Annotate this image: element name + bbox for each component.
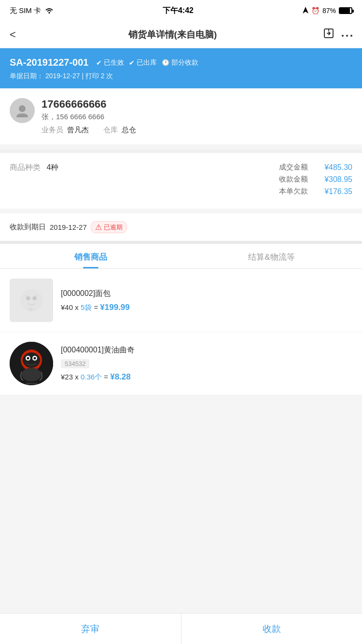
product-type-info: 商品种类 4种 (10, 163, 58, 173)
product-type-count: 4种 (46, 163, 58, 171)
status-bar: 无 SIM 卡 下午4:42 ⏰ 87% (0, 0, 362, 21)
products-section: 暂+ [0000002]面包 ¥40 x 5袋 = ¥199.99 (0, 269, 362, 395)
svg-point-4 (342, 35, 344, 37)
customer-avatar (10, 98, 35, 123)
wifi-icon (45, 7, 54, 15)
svg-marker-1 (303, 7, 308, 14)
nav-actions (323, 28, 352, 41)
alarm-icon: ⏰ (311, 7, 320, 14)
overdue-badge: ⚠ 已逾期 (91, 221, 127, 233)
page-title: 销货单详情(来自电脑) (22, 28, 323, 41)
order-header: SA-20191227-001 ✔ 已生效 ✔ 已出库 🕐 部分收款 单据日期：… (0, 48, 362, 88)
svg-point-21 (22, 368, 41, 381)
battery-percent: 87% (322, 7, 336, 14)
order-number: SA-20191227-001 (10, 57, 88, 68)
check-icon-2: ✔ (129, 59, 135, 67)
svg-text:暂+: 暂+ (29, 308, 34, 311)
svg-point-19 (27, 357, 29, 360)
amount-value: ¥485.30 (314, 163, 352, 172)
battery-icon (339, 7, 352, 14)
svg-point-5 (346, 35, 348, 37)
tabs-section: 销售商品 结算&物流等 (0, 244, 362, 269)
more-button[interactable] (342, 29, 352, 40)
share-button[interactable] (323, 28, 334, 41)
product-image-2: diamond (10, 342, 53, 385)
back-button[interactable]: < (10, 25, 22, 45)
amount-row: 成交金额 ¥485.30 (279, 163, 352, 172)
clock-icon: 🕐 (162, 59, 169, 66)
customer-phone: 张，156 6666 6666 (42, 112, 352, 122)
svg-point-11 (27, 297, 29, 299)
stats-section: 商品种类 4种 成交金额 ¥485.30 收款金额 ¥308.95 本单欠款 ¥… (0, 149, 362, 209)
svg-point-0 (49, 12, 50, 14)
customer-info: 17666666666 张，156 6666 6666 业务员 曾凡杰 仓库 总… (42, 98, 352, 135)
product-item: 暂+ [0000002]面包 ¥40 x 5袋 = ¥199.99 (0, 269, 362, 332)
owed-value: ¥176.35 (314, 187, 352, 196)
product-name-1: [0000002]面包 (61, 289, 352, 299)
tab-sales-products[interactable]: 销售商品 (0, 244, 181, 268)
product-info-1: [0000002]面包 ¥40 x 5袋 = ¥199.99 (61, 289, 352, 312)
status-right: ⏰ 87% (303, 7, 352, 15)
badge-shipped: ✔ 已出库 (129, 58, 157, 67)
order-meta: 单据日期： 2019-12-27 | 打印 2 次 (10, 72, 352, 81)
collected-value: ¥308.95 (314, 175, 352, 184)
amount-stats: 成交金额 ¥485.30 收款金额 ¥308.95 本单欠款 ¥176.35 (279, 163, 352, 199)
sales-info: 业务员 曾凡杰 (42, 126, 89, 135)
product-image-1: 暂+ (10, 279, 53, 322)
due-date-value: 2019-12-27 (50, 223, 87, 231)
bottom-bar: 弃审 收款 (0, 613, 362, 644)
due-date-section: 收款到期日 2019-12-27 ⚠ 已逾期 (0, 213, 362, 244)
svg-point-7 (19, 105, 26, 112)
svg-point-6 (350, 35, 352, 37)
badge-partial: 🕐 部分收款 (162, 58, 198, 67)
product-item-2: diamond [000400001]黄油曲奇 534532 ¥23 x 0.3… (0, 332, 362, 395)
status-time: 下午4:42 (163, 6, 194, 16)
svg-point-12 (33, 297, 36, 299)
tab-settlement[interactable]: 结算&物流等 (181, 244, 362, 268)
product-name-2: [000400001]黄油曲奇 (61, 345, 352, 355)
status-left: 无 SIM 卡 (10, 6, 54, 15)
collect-payment-button[interactable]: 收款 (181, 614, 362, 644)
product-price-2: ¥23 x 0.36个 = ¥8.28 (61, 372, 352, 382)
svg-text:diamond: diamond (26, 382, 37, 385)
product-tag-2: 534532 (61, 359, 89, 368)
check-icon: ✔ (96, 59, 102, 67)
overdue-icon: ⚠ (95, 223, 102, 232)
customer-name: 17666666666 (42, 98, 352, 111)
carrier-text: 无 SIM 卡 (10, 6, 41, 15)
owed-row: 本单欠款 ¥176.35 (279, 187, 352, 196)
product-price-1: ¥40 x 5袋 = ¥199.99 (61, 303, 352, 312)
customer-section: 17666666666 张，156 6666 6666 业务员 曾凡杰 仓库 总… (0, 88, 362, 144)
product-info-2: [000400001]黄油曲奇 534532 ¥23 x 0.36个 = ¥8.… (61, 345, 352, 382)
abandon-review-button[interactable]: 弃审 (0, 614, 181, 644)
customer-meta: 业务员 曾凡杰 仓库 总仓 (42, 126, 352, 135)
svg-point-20 (34, 357, 36, 360)
order-badges: ✔ 已生效 ✔ 已出库 🕐 部分收款 (96, 58, 198, 67)
location-icon (303, 7, 308, 15)
warehouse-info: 仓库 总仓 (103, 126, 136, 135)
badge-effective: ✔ 已生效 (96, 58, 124, 67)
due-date-label: 收款到期日 (10, 223, 46, 232)
collected-row: 收款金额 ¥308.95 (279, 175, 352, 184)
nav-bar: < 销货单详情(来自电脑) (0, 21, 362, 48)
